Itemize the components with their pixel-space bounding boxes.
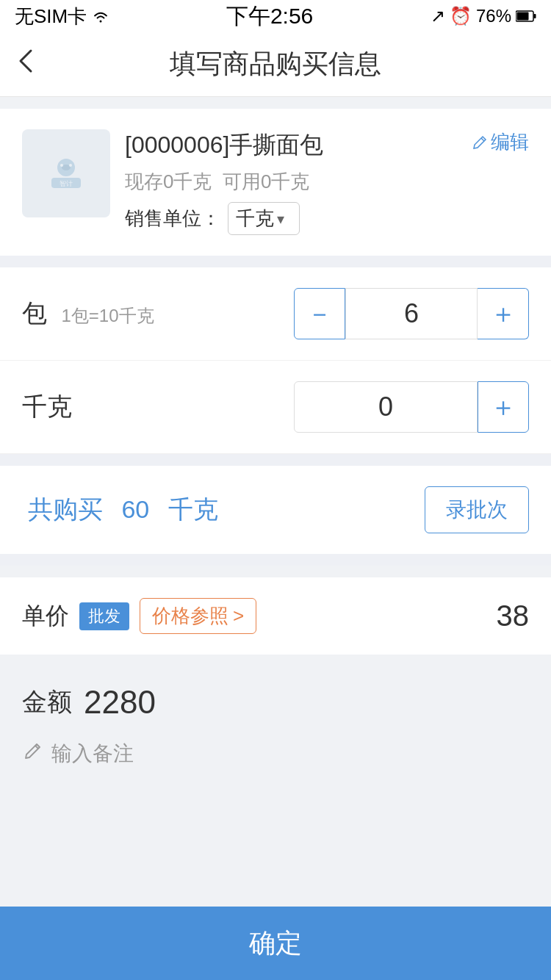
svg-point-5 xyxy=(60,164,63,167)
package-label: 包 1包=10千克 xyxy=(22,297,294,331)
confirm-label: 确定 xyxy=(249,926,302,962)
amount-row: 金额 2280 xyxy=(22,677,529,728)
price-section: 单价 批发 价格参照 > 38 xyxy=(0,577,551,655)
package-decrement-button[interactable]: － xyxy=(294,288,345,339)
back-button[interactable] xyxy=(18,48,34,81)
unit-select[interactable]: 千克 ▾ xyxy=(228,202,300,235)
summary-row: 共购买 60 千克 录批次 xyxy=(0,466,551,554)
product-stock: 现存0千克 可用0千克 xyxy=(125,169,529,195)
package-increment-button[interactable]: ＋ xyxy=(478,288,529,339)
package-row: 包 1包=10千克 － ＋ xyxy=(0,267,551,361)
svg-rect-1 xyxy=(533,14,536,18)
separator-3 xyxy=(0,554,551,566)
status-right-icons: ↗ ⏰ 76% xyxy=(431,6,536,26)
price-label: 单价 xyxy=(22,600,69,633)
edit-button[interactable]: 编辑 xyxy=(472,129,529,155)
svg-text:智计: 智计 xyxy=(60,180,73,187)
package-input[interactable] xyxy=(345,288,478,339)
kg-increment-button[interactable]: ＋ xyxy=(478,381,529,433)
carrier-text: 无SIM卡 xyxy=(15,4,87,29)
status-bar: 无SIM卡 下午2:56 ↗ ⏰ 76% xyxy=(0,0,551,32)
package-sub-label: 1包=10千克 xyxy=(61,306,154,325)
wifi-icon xyxy=(93,5,109,28)
kg-input[interactable] xyxy=(294,381,478,433)
battery-text: 76% xyxy=(476,6,511,26)
amount-label: 金额 xyxy=(22,685,72,719)
svg-point-6 xyxy=(69,164,72,167)
location-icon: ↗ xyxy=(431,6,445,26)
price-ref-button[interactable]: 价格参照 > xyxy=(140,598,256,634)
product-info: [0000006]手撕面包 编辑 现存0千克 可用0千克 销售单位： 千克 ▾ xyxy=(125,129,529,235)
alarm-icon: ⏰ xyxy=(450,6,472,26)
remark-label: 输入备注 xyxy=(51,740,134,768)
batch-button[interactable]: 录批次 xyxy=(425,486,529,533)
pencil-icon xyxy=(22,741,43,767)
product-thumbnail: 智计 xyxy=(22,129,110,217)
status-carrier: 无SIM卡 xyxy=(15,4,109,29)
kg-label: 千克 xyxy=(22,390,294,424)
kg-controls: ＋ xyxy=(294,381,529,433)
nav-bar: 填写商品购买信息 xyxy=(0,32,551,97)
svg-rect-2 xyxy=(516,12,528,21)
separator-2 xyxy=(0,454,551,466)
package-controls: － ＋ xyxy=(294,288,529,339)
kg-section: 千克 ＋ xyxy=(0,361,551,454)
product-unit: 销售单位： 千克 ▾ xyxy=(125,202,529,235)
price-tag: 批发 xyxy=(79,602,129,630)
product-name: [0000006]手撕面包 xyxy=(125,129,323,162)
svg-line-9 xyxy=(481,138,484,141)
product-card: 智计 [0000006]手撕面包 编辑 现存0千克 可用0千克 销售单位： 千克… xyxy=(0,109,551,256)
price-value: 38 xyxy=(497,599,530,633)
page-title: 填写商品购买信息 xyxy=(170,46,381,82)
summary-text: 共购买 60 千克 xyxy=(22,493,224,527)
separator-1 xyxy=(0,256,551,267)
package-section: 包 1包=10千克 － ＋ xyxy=(0,267,551,361)
confirm-button[interactable]: 确定 xyxy=(0,907,551,980)
status-time: 下午2:56 xyxy=(226,1,313,32)
kg-row: 千克 ＋ xyxy=(0,361,551,454)
amount-section: 金额 2280 输入备注 xyxy=(0,655,551,790)
remark-row[interactable]: 输入备注 xyxy=(22,728,529,790)
amount-value: 2280 xyxy=(84,684,156,721)
battery-icon xyxy=(516,6,536,26)
